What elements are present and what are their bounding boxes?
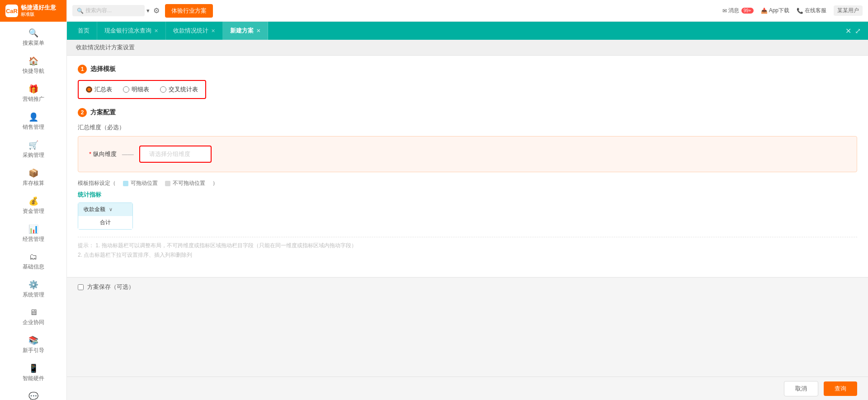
- messages-label: 消息: [728, 7, 739, 14]
- dimension-area: * 纵向维度 —— 请选择分组维度: [78, 136, 857, 172]
- step1-num: 1: [78, 65, 87, 74]
- metrics-section: 模板指标设定（ 可拖动位置 不可拖动位置 ） 统计指标: [78, 179, 857, 230]
- logo-icon: CaR: [5, 5, 18, 17]
- radio-cross-label: 交叉统计表: [169, 85, 198, 94]
- search-placeholder: 搜索内容...: [85, 7, 112, 14]
- content-area: 收款情况统计方案设置 1 选择模板 汇总表 明细表: [67, 40, 868, 376]
- tab-newplan-close[interactable]: ✕: [256, 28, 260, 34]
- user-icon: 👤: [28, 112, 38, 122]
- metrics-table: 收款金额 ∨ 合计: [78, 202, 133, 230]
- save-option-bar: 方案保存（可选）: [67, 277, 868, 296]
- tip-2: 2. 点击标题栏下拉可设置排序、插入列和删除列: [78, 251, 857, 259]
- search-icon: 🔍: [28, 28, 38, 38]
- tab-home[interactable]: 首页: [71, 22, 97, 40]
- sidebar-item-sales[interactable]: 👤 销售管理: [0, 108, 66, 136]
- monitor-icon: 🖥: [29, 308, 38, 317]
- dimension-row-label-text: 纵向维度: [93, 151, 117, 157]
- metrics-header-label: 收款金额: [84, 206, 105, 213]
- radio-summary-input[interactable]: [86, 86, 92, 93]
- tab-cashbank[interactable]: 现金银行流水查询 ✕: [97, 22, 166, 40]
- legend-movable: 可拖动位置: [123, 179, 158, 187]
- tab-home-label: 首页: [78, 27, 90, 35]
- sidebar-logo: CaR 畅捷通好生意 标准版: [0, 0, 66, 22]
- tab-receipts-label: 收款情况统计: [173, 27, 208, 35]
- sidebar-item-wechat[interactable]: 💬 企业微信: [0, 387, 66, 400]
- step1-section: 1 选择模板 汇总表 明细表 交叉统计表: [78, 65, 857, 99]
- money-icon: 💰: [28, 196, 38, 206]
- radio-detail-input[interactable]: [123, 86, 129, 93]
- window-controls: ✕ ⤢: [845, 27, 864, 35]
- sidebar-item-nav[interactable]: 🏠 快捷导航: [0, 52, 66, 80]
- sidebar-item-label: 基础信息: [23, 263, 44, 271]
- radio-detail[interactable]: 明细表: [123, 85, 149, 94]
- save-checkbox[interactable]: [78, 284, 84, 290]
- fixed-label: 不可拖动位置: [173, 179, 205, 187]
- metrics-header-chevron[interactable]: ∨: [109, 207, 113, 212]
- radio-summary[interactable]: 汇总表: [86, 85, 112, 94]
- header-actions: ✉ 消息 99+ 📥 App下载 📞 在线客服 某某用户: [722, 5, 863, 16]
- dimension-row-label: * 纵向维度: [89, 150, 117, 158]
- sidebar-item-hardware[interactable]: 📱 智能硬件: [0, 359, 66, 387]
- maximize-icon[interactable]: ⤢: [855, 27, 861, 35]
- logo-text: 畅捷通好生意: [21, 4, 56, 11]
- sidebar-item-marketing[interactable]: 🎁 营销推广: [0, 80, 66, 108]
- service-button[interactable]: 📞 在线客服: [797, 7, 826, 14]
- header: 🔍 搜索内容... ▾ ⚙ 体验行业方案 ✉ 消息 99+ 📥 App下载 📞 …: [67, 0, 868, 22]
- query-button[interactable]: 查询: [824, 381, 857, 396]
- cart-icon: 🛒: [28, 140, 38, 150]
- settings-gear-icon[interactable]: ⚙: [153, 6, 160, 15]
- radio-cross[interactable]: 交叉统计表: [160, 85, 198, 94]
- search-bar[interactable]: 🔍 搜索内容...: [72, 5, 145, 16]
- device-icon: 📱: [28, 363, 38, 373]
- metrics-body: 合计: [78, 216, 132, 229]
- download-button[interactable]: 📥 App下载: [761, 7, 789, 14]
- user-menu[interactable]: 某某用户: [834, 5, 863, 16]
- sidebar-item-inventory[interactable]: 📦 库存核算: [0, 164, 66, 192]
- step2-section: 2 方案配置 汇总维度（必选） * 纵向维度 —— 请选择分组维度: [78, 108, 857, 259]
- legend-close-paren: ）: [212, 179, 218, 187]
- header-dropdown-btn[interactable]: ▾: [146, 7, 150, 14]
- movable-label: 可拖动位置: [131, 179, 158, 187]
- service-label: 在线客服: [805, 7, 826, 14]
- dimension-select[interactable]: 请选择分组维度: [139, 146, 212, 163]
- radio-cross-input[interactable]: [160, 86, 166, 93]
- dimension-config: 汇总维度（必选） * 纵向维度 —— 请选择分组维度: [78, 123, 857, 172]
- sidebar-item-business[interactable]: 📊 经营管理: [0, 220, 66, 248]
- messages-badge: 99+: [741, 8, 754, 14]
- sidebar-item-label: 经营管理: [23, 235, 44, 243]
- sidebar-item-finance[interactable]: 💰 资金管理: [0, 192, 66, 220]
- dimension-arrow: ——: [122, 151, 134, 158]
- folder-icon: 🗂: [29, 252, 38, 262]
- metrics-label: 统计指标: [78, 191, 857, 199]
- tab-receipts[interactable]: 收款情况统计 ✕: [166, 22, 223, 40]
- sidebar-item-label: 库存核算: [23, 179, 44, 187]
- cancel-button[interactable]: 取消: [784, 381, 818, 396]
- sidebar-item-purchase[interactable]: 🛒 采购管理: [0, 136, 66, 164]
- tips-section: 提示： 1. 拖动标题栏可以调整布局，不可跨维度或指标区域拖动栏目字段（只能在同…: [78, 237, 857, 259]
- legend-fixed: 不可拖动位置: [165, 179, 205, 187]
- logo-badge: 标准版: [21, 11, 56, 18]
- sidebar-item-label: 资金管理: [23, 207, 44, 215]
- sidebar-item-label: 快捷导航: [23, 67, 44, 75]
- tab-bar: 首页 现金银行流水查询 ✕ 收款情况统计 ✕ 新建方案 ✕ ✕ ⤢: [67, 22, 868, 40]
- tab-cashbank-close[interactable]: ✕: [154, 28, 158, 34]
- sidebar-item-guide[interactable]: 📚 新手引导: [0, 331, 66, 359]
- tab-newplan[interactable]: 新建方案 ✕: [223, 22, 268, 40]
- sidebar-item-system[interactable]: ⚙️ 系统管理: [0, 275, 66, 303]
- service-icon: 📞: [797, 8, 803, 14]
- messages-button[interactable]: ✉ 消息 99+: [722, 7, 754, 14]
- minimize-icon[interactable]: ✕: [845, 27, 851, 35]
- sidebar-item-label: 营销推广: [23, 95, 44, 103]
- tip-1: 提示： 1. 拖动标题栏可以调整布局，不可跨维度或指标区域拖动栏目字段（只能在同…: [78, 242, 857, 249]
- main-area: 🔍 搜索内容... ▾ ⚙ 体验行业方案 ✉ 消息 99+ 📥 App下载 📞 …: [67, 0, 868, 400]
- sidebar-item-corp[interactable]: 🖥 企业协同: [0, 303, 66, 331]
- save-label[interactable]: 方案保存（可选）: [87, 283, 134, 291]
- metrics-header[interactable]: 收款金额 ∨: [78, 203, 132, 216]
- metrics-section-label: 模板指标设定（: [78, 179, 116, 187]
- user-name: 某某用户: [837, 7, 859, 14]
- tab-receipts-close[interactable]: ✕: [211, 28, 215, 34]
- sidebar-item-label: 企业协同: [23, 319, 44, 326]
- sidebar-item-base[interactable]: 🗂 基础信息: [0, 248, 66, 275]
- trial-button[interactable]: 体验行业方案: [165, 4, 213, 18]
- sidebar-item-search[interactable]: 🔍 搜索菜单: [0, 24, 66, 52]
